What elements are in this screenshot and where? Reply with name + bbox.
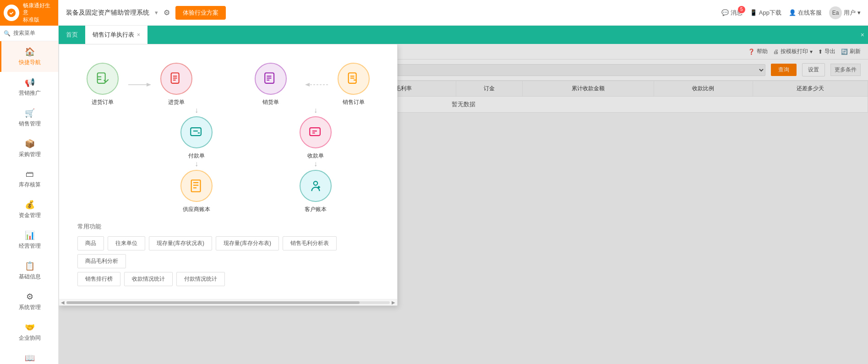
search-icon: 🔍 [4, 30, 11, 37]
settings-gear-icon[interactable]: ⚙ [164, 8, 170, 17]
enterprise-icon: 🤝 [25, 322, 35, 332]
scroll-right-icon[interactable]: ▶ [392, 300, 395, 305]
top-header: 装备及固定资产辅助管理系统 ▾ ⚙ 体验行业方案 💬 消息 5 📱 App下载 … [59, 0, 868, 26]
finance-icon: 💰 [25, 200, 35, 210]
sidebar-item-basic-info[interactable]: 📋 基础信息 [0, 255, 58, 286]
scrollbar-thumb[interactable] [66, 301, 360, 304]
purchase-icon: 📦 [25, 139, 35, 149]
download-icon: 📱 [750, 9, 757, 16]
app-download-btn[interactable]: 📱 App下载 [750, 9, 781, 17]
sidebar-item-quick-nav[interactable]: 🏠 快捷导航 [0, 41, 58, 72]
receipt-slip-label: 收款单 [307, 152, 324, 160]
func-btn-payment-stats[interactable]: 付款情况统计 [176, 272, 225, 286]
newbie-icon: 📖 [25, 353, 35, 363]
home-icon: 🏠 [25, 47, 35, 57]
receipt-slip-circle [300, 116, 332, 148]
common-funcs: 常用功能 商品 往来单位 现存量(库存状况表) 现存量(库存分布表) 销售毛利分… [59, 223, 397, 299]
purchase-order-label: 进货订单 [92, 98, 114, 106]
trial-button[interactable]: 体验行业方案 [175, 6, 226, 20]
service-icon: 👤 [789, 9, 796, 16]
logo-icon [4, 5, 19, 21]
func-btn-partner[interactable]: 往来单位 [108, 236, 145, 250]
content-area: ❓ 帮助 🖨 按模板打印 ▾ ⬆ 导出 🔄 [59, 44, 868, 364]
sales-invoice-circle [255, 63, 287, 95]
sidebar-item-inventory[interactable]: 🗃 库存核算 [0, 164, 58, 194]
user-dropdown-icon: ▾ [857, 9, 861, 16]
func-btn-stock-dist[interactable]: 现存量(库存分布表) [216, 236, 279, 250]
logo-text: 畅康通好生意 标准版 [23, 2, 55, 24]
payment-slip-circle [180, 116, 213, 148]
purchase-receipt-label: 进货单 [168, 98, 185, 106]
popup-box: 进货订单 进货单 [59, 44, 398, 306]
supplier-ledger-circle [180, 170, 213, 202]
sales-invoice-label: 销货单 [262, 98, 279, 106]
flow-area: 进货订单 进货单 [59, 44, 397, 223]
flow-purchase-order[interactable]: 进货订单 [77, 63, 128, 106]
header-right: 💬 消息 5 📱 App下载 👤 在线客服 Ea 用户 ▾ [721, 6, 861, 19]
popup-scrollbar: ◀ ▶ [59, 299, 397, 305]
sidebar: 畅康通好生意 标准版 🔍 搜索菜单 🏠 快捷导航 📢 营销推广 🛒 销售管理 📦 [0, 0, 59, 364]
sidebar-item-purchase[interactable]: 📦 采购管理 [0, 133, 58, 164]
sidebar-item-operations[interactable]: 📊 经营管理 [0, 225, 58, 255]
online-service-btn[interactable]: 👤 在线客服 [789, 9, 822, 17]
message-btn[interactable]: 💬 消息 5 [721, 9, 742, 17]
svg-rect-21 [310, 128, 320, 136]
user-menu[interactable]: Ea 用户 ▾ [829, 6, 861, 19]
sidebar-item-newbie[interactable]: 📖 新手引导 [0, 348, 58, 364]
func-btn-receipt-stats[interactable]: 收款情况统计 [124, 272, 173, 286]
flow-supplier-ledger[interactable]: 供应商账本 [164, 170, 229, 213]
main-area: 装备及固定资产辅助管理系统 ▾ ⚙ 体验行业方案 💬 消息 5 📱 App下载 … [59, 0, 868, 364]
tab-sales-order[interactable]: 销售订单执行表 × [85, 26, 147, 44]
svg-marker-5 [147, 83, 151, 87]
sidebar-item-system[interactable]: ⚙ 系统管理 [0, 286, 58, 317]
customer-ledger-label: 客户账本 [305, 206, 327, 213]
arrow-si-from-so [296, 81, 328, 106]
flow-receipt-slip[interactable]: 收款单 [284, 116, 348, 160]
sidebar-item-finance[interactable]: 💰 资金管理 [0, 194, 58, 225]
svg-point-27 [314, 181, 318, 185]
sales-order-circle [338, 63, 370, 95]
tab-close-icon[interactable]: × [137, 32, 140, 38]
system-title: 装备及固定资产辅助管理系统 [66, 9, 149, 17]
supplier-ledger-label: 供应商账本 [183, 206, 210, 213]
sidebar-item-enterprise[interactable]: 🤝 企业协同 [0, 317, 58, 348]
func-row-2: 销售排行榜 收款情况统计 付款情况统计 [77, 272, 379, 286]
flow-sales-invoice[interactable]: 销货单 [245, 63, 296, 106]
system-dropdown[interactable]: ▾ [155, 9, 158, 16]
search-menu[interactable]: 🔍 搜索菜单 [0, 26, 58, 41]
svg-rect-1 [98, 73, 105, 83]
app-logo: 畅康通好生意 标准版 [0, 0, 58, 26]
message-icon: 💬 [721, 9, 729, 16]
marketing-icon: 📢 [25, 77, 35, 87]
svg-rect-19 [191, 128, 201, 136]
arrow-po-to-pr [128, 81, 151, 106]
customer-ledger-circle [300, 170, 332, 202]
payment-slip-label: 付款单 [188, 152, 205, 160]
tab-home[interactable]: 首页 [59, 26, 85, 44]
flow-sales-order[interactable]: 销售订单 [328, 63, 379, 106]
func-btn-sales-rank[interactable]: 销售排行榜 [77, 272, 120, 286]
func-btn-product-profit[interactable]: 商品毛利分析 [77, 254, 126, 268]
sidebar-nav: 🏠 快捷导航 📢 营销推广 🛒 销售管理 📦 采购管理 🗃 库存核算 💰 [0, 41, 58, 364]
sales-order-label: 销售订单 [343, 98, 365, 106]
flow-payment-slip[interactable]: 付款单 [164, 116, 229, 160]
inventory-icon: 🗃 [26, 169, 34, 179]
purchase-receipt-circle [160, 63, 192, 95]
flow-purchase-receipt[interactable]: 进货单 [151, 63, 202, 106]
svg-point-0 [7, 9, 16, 17]
func-btn-stock-status[interactable]: 现存量(库存状况表) [149, 236, 212, 250]
func-btn-product[interactable]: 商品 [77, 236, 104, 250]
svg-rect-23 [191, 180, 201, 192]
scroll-left-icon[interactable]: ◀ [61, 300, 65, 305]
operations-icon: 📊 [25, 230, 35, 240]
tab-bar-close-icon[interactable]: × [861, 31, 864, 38]
svg-marker-15 [305, 83, 310, 87]
func-btn-sales-profit[interactable]: 销售毛利分析表 [283, 236, 337, 250]
user-avatar: Ea [829, 6, 842, 19]
flow-customer-ledger[interactable]: 客户账本 [284, 170, 348, 213]
purchase-order-circle [87, 63, 119, 95]
sidebar-item-marketing[interactable]: 📢 营销推广 [0, 72, 58, 103]
scrollbar-track[interactable] [66, 301, 390, 304]
system-icon: ⚙ [26, 292, 33, 302]
sidebar-item-sales[interactable]: 🛒 销售管理 [0, 103, 58, 133]
